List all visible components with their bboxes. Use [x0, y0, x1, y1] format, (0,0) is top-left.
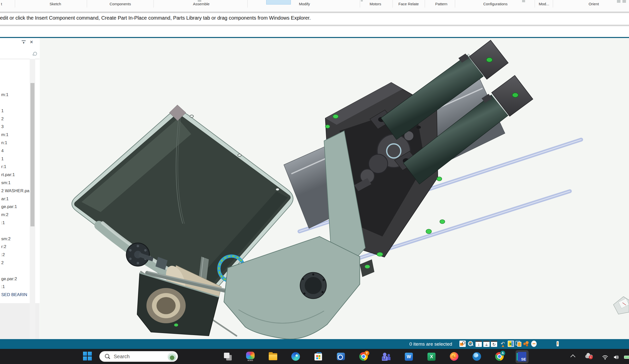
ribbon-button-fragment[interactable] — [522, 0, 525, 2]
deactivate-icon[interactable] — [531, 341, 537, 347]
assembly-3d-viewport[interactable] — [40, 38, 629, 339]
ribbon-group-modify: Modify — [299, 2, 310, 7]
parts-list-item[interactable]: ge.par:1 — [0, 203, 30, 211]
search-icon — [105, 354, 109, 358]
parts-list-item[interactable] — [0, 227, 30, 235]
view-styles-icon[interactable]: ▶ — [508, 341, 514, 347]
ribbon-group-components: Components — [109, 2, 131, 7]
battery-icon[interactable] — [624, 354, 629, 360]
start-button[interactable] — [83, 352, 92, 361]
wifi-icon[interactable] — [602, 354, 608, 360]
taskbar-search[interactable]: Search — [99, 351, 178, 362]
parts-list-item[interactable]: :2 — [0, 251, 30, 259]
parts-list-item[interactable]: m:1 — [0, 91, 30, 99]
ribbon-button-fragment[interactable] — [617, 0, 620, 3]
chrome-profile-y-icon[interactable]: Y — [359, 352, 368, 361]
outlook-icon[interactable] — [336, 352, 346, 361]
parts-list-item[interactable]: 1 — [0, 155, 30, 163]
zoom-icon[interactable] — [467, 341, 474, 347]
selection-status-text: 0 items are selected — [409, 339, 456, 349]
solid-edge-icon-active[interactable]: SE — [516, 350, 529, 363]
rotate-view-icon[interactable]: ↻ — [491, 341, 497, 347]
parts-list-item[interactable]: sm:1 — [0, 179, 30, 187]
parts-list-item[interactable]: rt.par:1 — [0, 171, 30, 179]
zoom-slider-handle[interactable] — [557, 341, 559, 346]
parts-list-item[interactable] — [0, 75, 30, 83]
parts-list-item[interactable] — [0, 99, 30, 107]
prompt-bar-text: edit or click the Insert Component comma… — [0, 15, 311, 21]
auto-hide-icon[interactable]: ▼ — [22, 41, 26, 45]
onedrive-error-icon[interactable]: ✕ — [585, 355, 593, 358]
word-icon[interactable]: W — [404, 352, 414, 361]
parts-list-item[interactable]: 2 — [0, 115, 30, 123]
view-orientation-icon[interactable]: ↶ — [500, 341, 506, 347]
ribbon-button-fragment[interactable] — [361, 0, 363, 2]
ribbon-separator — [535, 0, 535, 8]
thunderbird-icon[interactable]: ✉ — [472, 352, 482, 361]
close-icon[interactable]: ✕ — [30, 39, 33, 45]
edge-icon[interactable] — [291, 352, 300, 361]
command-bar-empty — [0, 26, 629, 37]
parts-list-item[interactable] — [0, 59, 30, 67]
ribbon-group-configurations: Configurations — [483, 2, 508, 7]
ribbon-group-label: t — [1, 2, 2, 7]
parts-list-item[interactable]: n:1 — [0, 139, 30, 147]
render-options-icon[interactable] — [523, 341, 529, 347]
ribbon-group-face-relate: Face Relate — [399, 2, 419, 7]
ribbon-group-orient: Orient — [589, 2, 599, 7]
ribbon-group-assemble: Assemble — [193, 2, 210, 7]
parts-list-item[interactable]: SED BEARIN — [0, 291, 30, 299]
ribbon-separator — [87, 0, 87, 8]
microsoft-store-icon[interactable] — [313, 352, 323, 361]
status-bar: 0 items are selected ↕ ↔↕ ↻ ↶ — [0, 339, 629, 349]
search-input[interactable] — [0, 50, 40, 59]
file-explorer-icon[interactable] — [268, 352, 278, 361]
parts-list-item[interactable]: m:2 — [0, 211, 30, 219]
parts-list[interactable]: m:1123m:1n:141r:1rt.par:1sm:12 WASHER.pa… — [0, 59, 30, 303]
search-icon[interactable] — [33, 52, 37, 56]
chrome-profile-a-icon[interactable]: A — [495, 352, 504, 361]
highlighted-ribbon-button[interactable] — [266, 0, 291, 5]
parts-list-item[interactable]: 4 — [0, 147, 30, 155]
pan-icon[interactable]: ↔↕ — [483, 341, 490, 347]
ribbon-separator — [15, 0, 15, 8]
firefox-icon[interactable] — [449, 352, 459, 361]
parts-list-item[interactable]: :1 — [0, 219, 30, 227]
teams-icon[interactable]: T — [381, 352, 391, 361]
ribbon-separator — [360, 0, 360, 8]
parts-list-item[interactable] — [0, 83, 30, 91]
m365-copilot-icon[interactable]: M365 — [246, 352, 255, 361]
parts-list-item[interactable]: ar:1 — [0, 195, 30, 203]
parts-list-item[interactable] — [0, 267, 30, 275]
scrollbar-thumb[interactable] — [30, 83, 34, 226]
ribbon-separator — [247, 0, 248, 8]
parts-list-item[interactable]: r:1 — [0, 163, 30, 171]
parts-list-item[interactable]: ge.par:2 — [0, 275, 30, 283]
parts-list-item[interactable]: 3 — [0, 123, 30, 131]
scrollbar[interactable] — [30, 59, 35, 341]
window-layout-icon[interactable] — [515, 341, 522, 347]
parts-list-item[interactable]: sm:2 — [0, 235, 30, 243]
parts-list-item[interactable]: 2 — [0, 259, 30, 267]
parts-list-item[interactable]: m:1 — [0, 131, 30, 139]
select-zoom-icon[interactable] — [459, 341, 466, 347]
panel-header: ▼ ✕ — [0, 38, 40, 50]
parts-list-item[interactable]: 1 — [0, 107, 30, 115]
search-label: Search — [114, 351, 130, 362]
parts-list-item[interactable]: :1 — [0, 283, 30, 291]
parts-list-item[interactable]: 2 WASHER.pa — [0, 187, 30, 195]
parts-list-item[interactable]: r:2 — [0, 243, 30, 251]
ribbon-group-sketch: Sketch — [50, 2, 61, 7]
volume-icon[interactable] — [613, 354, 620, 360]
parts-list-item[interactable] — [0, 67, 30, 75]
ribbon-button-fragment[interactable] — [622, 0, 626, 3]
prompt-bar: edit or click the Insert Component comma… — [0, 13, 629, 25]
excel-icon[interactable]: X — [427, 352, 436, 361]
fit-view-icon[interactable]: ↕ — [476, 341, 482, 347]
ribbon-button-fragment[interactable] — [198, 0, 201, 2]
search-highlight-image[interactable] — [168, 352, 177, 361]
ribbon-group-row: t Sketch Components Assemble Modify Moto… — [0, 0, 629, 12]
ribbon-separator — [425, 0, 425, 8]
ribbon-separator — [455, 0, 455, 8]
task-view-button[interactable] — [223, 352, 232, 361]
